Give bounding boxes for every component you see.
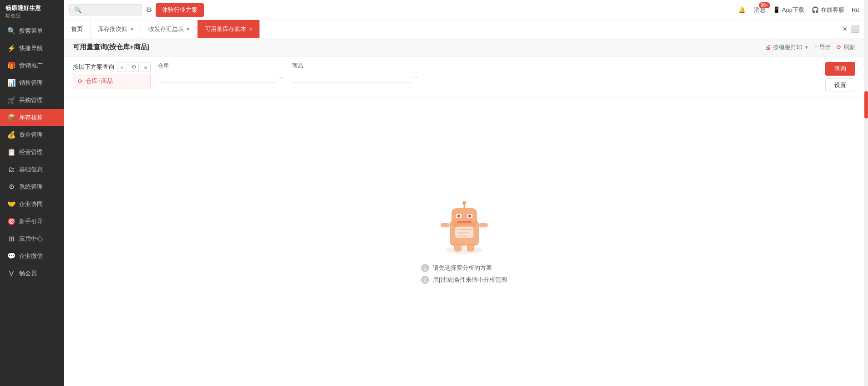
sidebar-item-label: 快捷导航 — [19, 44, 43, 52]
print-template-button[interactable]: 🖨 按模板打印 ▼ — [765, 43, 809, 51]
page-header: 可用量查询(按仓库+商品) 🖨 按模板打印 ▼ ↑ 导出 ⟳ 刷新 — [64, 38, 864, 57]
svg-rect-11 — [479, 223, 488, 227]
app-download-label: App下载 — [782, 6, 804, 14]
page-actions: 🖨 按模板打印 ▼ ↑ 导出 ⟳ 刷新 — [765, 43, 855, 51]
topbar-search-box[interactable]: 🔍 — [69, 4, 142, 15]
online-service-label: 在线客服 — [821, 6, 844, 14]
sidebar-item-label: 销售管理 — [19, 79, 43, 87]
brand-edition: 标准版 — [5, 12, 58, 19]
sidebar-item-system[interactable]: ⚙ 系统管理 — [0, 178, 64, 196]
main-area: 🔍 ⚙ 体验行业方案 🔔 99+ 消息 📱 App下载 🎧 在线客服 Rit — [64, 0, 864, 386]
cart-icon: 🛒 — [7, 96, 15, 104]
sidebar-item-quick-nav[interactable]: ⚡ 快捷导航 — [0, 40, 64, 57]
tab-recv-summary-close[interactable]: × — [187, 26, 190, 32]
filter-schemes: 按以下方案查询 + ⚙ « ⟳ 仓库+商品 — [73, 62, 151, 88]
sidebar-item-search[interactable]: 🔍 搜索菜单 — [0, 22, 64, 40]
brand-name: 畅康通好生意 — [5, 5, 58, 12]
add-scheme-button[interactable]: + — [117, 62, 127, 72]
sidebar-item-label: 系统管理 — [19, 183, 43, 191]
svg-rect-7 — [457, 221, 472, 223]
scrollbar-thumb[interactable] — [864, 91, 868, 118]
hint-number-2: 2 — [421, 276, 429, 284]
sidebar-item-label: 库存核算 — [19, 113, 43, 122]
gift-icon: 🎁 — [7, 62, 15, 70]
warehouse-label: 仓库 — [158, 62, 283, 70]
warehouse-input-row: ··· — [158, 72, 283, 82]
filter-scheme-item[interactable]: ⟳ 仓库+商品 — [73, 74, 151, 88]
collapse-scheme-button[interactable]: « — [141, 62, 151, 72]
gear-icon: ⚙ — [7, 183, 15, 191]
search-icon: 🔍 — [74, 6, 81, 13]
svg-rect-12 — [454, 243, 462, 252]
headset-icon: 🎧 — [812, 6, 819, 13]
hint-text-2: 用[过滤]条件来缩小分析范围 — [433, 276, 507, 284]
sidebar-item-label: 营销推广 — [19, 62, 43, 70]
export-button[interactable]: ↑ 导出 — [815, 43, 832, 51]
query-button[interactable]: 查询 — [825, 62, 855, 76]
sidebar-item-inventory[interactable]: 📦 库存核算 — [0, 109, 64, 126]
sidebar-item-corp-wechat[interactable]: 💬 企业微信 — [0, 247, 64, 265]
goods-more-button[interactable]: ··· — [412, 74, 417, 81]
tab-batch-ledger[interactable]: 库存批次账 × — [91, 20, 141, 38]
page-title: 可用量查询(按仓库+商品) — [73, 43, 150, 51]
chat-icon: 💬 — [7, 252, 15, 260]
search-input[interactable] — [83, 7, 137, 13]
sidebar-item-operations[interactable]: 📋 经营管理 — [0, 144, 64, 161]
app-download[interactable]: 📱 App下载 — [773, 6, 804, 14]
sidebar-item-purchase[interactable]: 🛒 采购管理 — [0, 92, 64, 109]
sidebar-item-label: 企业微信 — [19, 252, 43, 260]
online-service[interactable]: 🎧 在线客服 — [812, 6, 844, 14]
goods-label: 商品 — [292, 62, 417, 70]
export-label: 导出 — [819, 43, 831, 51]
tab-available-ledger-close[interactable]: × — [249, 26, 252, 32]
tab-home[interactable]: 首页 — [64, 20, 91, 38]
goods-input[interactable] — [292, 72, 411, 82]
refresh-label: 刷新 — [843, 43, 855, 51]
right-scrollbar[interactable] — [864, 0, 868, 386]
sidebar-item-label: 畅会员 — [19, 269, 37, 278]
user-menu[interactable]: Rit — [852, 6, 859, 13]
sidebar-item-label: 基础信息 — [19, 165, 43, 174]
industry-solution-button[interactable]: 体验行业方案 — [156, 3, 204, 17]
sidebar-item-base-info[interactable]: 🗂 基础信息 — [0, 161, 64, 178]
sidebar-item-newbie[interactable]: 🎯 新手引导 — [0, 213, 64, 230]
sidebar-item-corp-collab[interactable]: 🤝 企业协同 — [0, 196, 64, 213]
filter-schemes-header: 按以下方案查询 + ⚙ « — [73, 62, 151, 72]
setting-button[interactable]: 设置 — [825, 78, 855, 92]
vip-icon: V — [7, 269, 15, 277]
export-icon: ↑ — [815, 44, 818, 51]
grid-icon: ⊞ — [7, 235, 15, 243]
tab-batch-ledger-close[interactable]: × — [130, 26, 133, 32]
message-badge[interactable]: 🔔 99+ 消息 — [738, 6, 766, 14]
refresh-button[interactable]: ⟳ 刷新 — [837, 43, 855, 51]
sidebar-item-app-center[interactable]: ⊞ 应用中心 — [0, 230, 64, 247]
settings-scheme-button[interactable]: ⚙ — [129, 62, 139, 72]
tab-available-ledger[interactable]: 可用量库存账本 × — [198, 20, 260, 38]
sidebar-item-sales[interactable]: 📊 销售管理 — [0, 74, 64, 92]
warehouse-input[interactable] — [158, 72, 276, 82]
filter-field-goods: 商品 ··· — [292, 62, 417, 82]
sidebar-item-members[interactable]: V 畅会员 — [0, 265, 64, 282]
sidebar-item-finance[interactable]: 💰 资金管理 — [0, 126, 64, 144]
warehouse-more-button[interactable]: ··· — [278, 74, 283, 81]
sidebar: 畅康通好生意 标准版 🔍 搜索菜单 ⚡ 快捷导航 🎁 营销推广 📊 销售管理 🛒… — [0, 0, 64, 386]
tab-recv-summary-label: 收发存汇总表 — [148, 25, 184, 33]
close-window-button[interactable]: × — [843, 25, 847, 33]
print-dropdown-icon[interactable]: ▼ — [804, 45, 809, 50]
sidebar-item-marketing[interactable]: 🎁 营销推广 — [0, 57, 64, 74]
goods-input-row: ··· — [292, 72, 417, 82]
username-label: Rit — [852, 6, 859, 13]
filter-scheme-label: 仓库+商品 — [86, 77, 113, 85]
gear-icon[interactable]: ⚙ — [146, 5, 152, 14]
svg-point-9 — [462, 201, 466, 205]
filter-fields: 仓库 ··· 商品 ··· — [158, 62, 818, 82]
filter-field-warehouse: 仓库 ··· — [158, 62, 283, 82]
box-icon: 📦 — [7, 113, 15, 122]
maximize-window-button[interactable]: ⬜ — [851, 25, 860, 33]
topbar-right: 🔔 99+ 消息 📱 App下载 🎧 在线客服 Rit — [738, 6, 859, 14]
money-icon: 💰 — [7, 131, 15, 139]
search-icon: 🔍 — [7, 27, 15, 35]
filter-actions: 查询 设置 — [825, 62, 855, 92]
tab-recv-summary[interactable]: 收发存汇总表 × — [141, 20, 198, 38]
print-label: 按模板打印 — [773, 43, 802, 51]
